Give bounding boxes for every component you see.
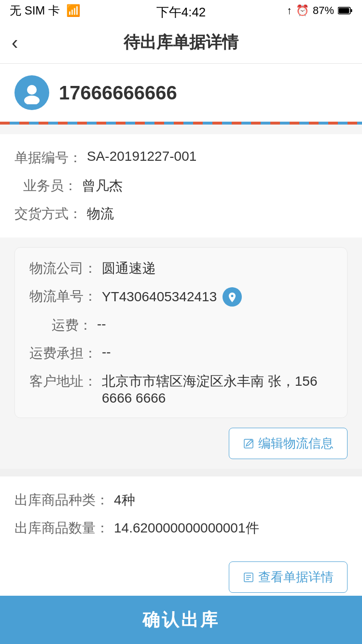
dash-divider — [0, 122, 362, 125]
list-icon — [243, 572, 254, 583]
svg-rect-1 — [351, 9, 352, 12]
svg-point-6 — [231, 295, 234, 297]
edit-logistics-label: 编辑物流信息 — [258, 435, 334, 452]
status-indicators: ↑ ⏰ 87% — [287, 4, 352, 17]
page-title: 待出库单据详情 — [124, 31, 238, 54]
delivery-method-value: 物流 — [87, 205, 348, 223]
confirm-button[interactable]: 确认出库 — [0, 596, 362, 644]
freight-bearer-value: -- — [102, 344, 333, 360]
order-info-section: 单据编号： SA-20191227-001 业务员： 曾凡杰 交货方式： 物流 — [0, 134, 362, 238]
sales-person-value: 曾凡杰 — [82, 177, 348, 195]
address-row: 客户地址： 北京市市辖区海淀区永丰南 张，156 6666 6666 — [29, 372, 333, 406]
address-value: 北京市市辖区海淀区永丰南 张，156 6666 6666 — [102, 372, 333, 406]
view-details-container: 查看单据详情 — [0, 552, 362, 602]
order-no-value: SA-20191227-001 — [87, 149, 348, 164]
goods-quantity-value: 14.620000000000001件 — [114, 519, 259, 537]
tracking-value: YT4306405342413 — [102, 287, 333, 307]
goods-type-row: 出库商品种类： 4种 — [14, 491, 348, 509]
tracking-label: 物流单号： — [29, 287, 97, 306]
goods-quantity-row: 出库商品数量： 14.620000000000001件 — [14, 519, 348, 537]
location-indicator: ↑ — [287, 4, 292, 17]
logistics-company-label: 物流公司： — [29, 259, 97, 278]
tracking-row: 物流单号： YT4306405342413 — [29, 287, 333, 307]
status-network: 无 SIM 卡 📶 — [10, 3, 81, 18]
logistics-card: 物流公司： 圆通速递 物流单号： YT4306405342413 运费： -- — [14, 247, 348, 418]
logistics-company-row: 物流公司： 圆通速递 — [29, 259, 333, 278]
view-details-label: 查看单据详情 — [258, 569, 334, 586]
freight-row: 运费： -- — [29, 316, 333, 335]
freight-label: 运费： — [29, 316, 92, 335]
sales-person-label: 业务员： — [14, 177, 77, 195]
edit-icon — [243, 438, 254, 449]
address-label: 客户地址： — [29, 372, 97, 391]
track-location-button[interactable] — [223, 287, 242, 307]
edit-logistics-button[interactable]: 编辑物流信息 — [229, 428, 348, 459]
user-phone: 17666666666 — [59, 82, 177, 104]
delivery-method-label: 交货方式： — [14, 205, 82, 223]
sales-person-row: 业务员： 曾凡杰 — [14, 177, 348, 195]
order-no-label: 单据编号： — [14, 149, 82, 167]
confirm-button-label: 确认出库 — [142, 608, 220, 632]
goods-type-label: 出库商品种类： — [14, 491, 109, 509]
view-details-button[interactable]: 查看单据详情 — [229, 561, 348, 593]
status-time: 下午4:42 — [156, 4, 206, 21]
status-bar: 无 SIM 卡 📶 下午4:42 ↑ ⏰ 87% — [0, 0, 362, 21]
goods-type-value: 4种 — [114, 491, 135, 509]
freight-bearer-label: 运费承担： — [29, 344, 97, 363]
goods-section: 出库商品种类： 4种 出库商品数量： 14.620000000000001件 — [0, 476, 362, 552]
delivery-method-row: 交货方式： 物流 — [14, 205, 348, 223]
tracking-number: YT4306405342413 — [102, 289, 217, 305]
battery-icon — [338, 7, 352, 14]
nav-bar: ‹ 待出库单据详情 — [0, 21, 362, 64]
svg-rect-2 — [339, 8, 349, 14]
goods-quantity-label: 出库商品数量： — [14, 519, 109, 537]
avatar — [14, 75, 49, 110]
logistics-company-value: 圆通速递 — [102, 259, 333, 278]
edit-logistics-container: 编辑物流信息 — [0, 428, 362, 459]
back-button[interactable]: ‹ — [12, 33, 18, 52]
order-no-row: 单据编号： SA-20191227-001 — [14, 149, 348, 167]
svg-point-4 — [24, 96, 40, 104]
alarm-indicator: ⏰ — [296, 4, 309, 17]
svg-point-3 — [27, 85, 37, 95]
freight-value: -- — [97, 316, 333, 332]
user-header: 17666666666 — [0, 64, 362, 122]
freight-bearer-row: 运费承担： -- — [29, 344, 333, 363]
battery-text: 87% — [313, 4, 334, 17]
section-divider — [0, 469, 362, 476]
